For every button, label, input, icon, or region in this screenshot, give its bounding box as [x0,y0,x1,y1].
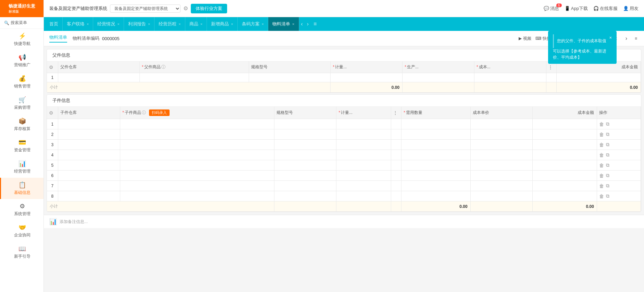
child-row-2-unit[interactable] [336,129,391,140]
delete-icon[interactable]: 🗑 [599,132,604,137]
parent-row-1-spec[interactable] [249,73,331,82]
child-row-1-extra [391,119,401,129]
copy-icon[interactable]: ⧉ [606,183,609,189]
sidebar-item-marketing[interactable]: 📢 营销推广 [0,50,44,71]
page-tab-bom[interactable]: 物料清单 [49,34,67,43]
tab-prev-arrow[interactable]: ‹ [299,21,305,27]
tab-barcode[interactable]: 条码方案 × [238,17,268,31]
parent-col-spec: 规格型号 [249,61,331,73]
tab-profit-close[interactable]: × [148,22,150,26]
tab-goods[interactable]: 商品 × [185,17,207,31]
sidebar-item-purchase[interactable]: 🛒 采购管理 [0,93,44,114]
child-row-2-goods[interactable] [120,129,274,140]
video-action[interactable]: ▶ 视频 [519,36,531,42]
child-row-2-warehouse[interactable] [58,129,120,140]
child-row-6-num: 6 [47,171,58,181]
tab-next-arrow[interactable]: › [305,21,311,27]
trial-button[interactable]: 体验行业方案 [191,4,227,13]
parent-col-production: *生产... [402,61,474,73]
tooltip-close-btn[interactable]: × [609,34,612,41]
parent-row-1-production[interactable] [402,73,474,82]
sidebar-item-system[interactable]: ⚙ 系统管理 [0,199,44,220]
copy-icon[interactable]: ⧉ [606,162,609,168]
child-row-8: 8 🗑 ⧉ [47,191,641,201]
tab-history-close[interactable]: × [178,22,181,26]
parent-row-1-warehouse[interactable] [58,73,139,82]
child-row-1-spec[interactable] [274,119,336,129]
parent-goods-label: 父件商品 [144,65,161,69]
tab-bom[interactable]: 物料清单 × [268,17,299,31]
search-menu[interactable]: 🔍 搜索菜单 [0,17,44,29]
messages-btn[interactable]: 💬 消息 6 [544,5,559,12]
delete-icon[interactable]: 🗑 [599,194,604,199]
child-row-6: 6 🗑 ⧉ [47,171,641,181]
sidebar-item-sales[interactable]: 💰 销售管理 [0,71,44,93]
child-row-2-needed-qty[interactable] [401,129,470,140]
copy-icon[interactable]: ⧉ [606,142,609,148]
tab-history[interactable]: 经营历程 × [154,17,185,31]
parent-row-1-cost[interactable] [474,73,546,82]
parent-row-1-goods[interactable] [139,73,249,82]
app-download-btn[interactable]: 📱 App下载 [565,5,588,12]
child-row-2-unit-cost[interactable] [470,129,533,140]
copy-icon[interactable]: ⧉ [606,152,609,158]
delete-icon[interactable]: 🗑 [599,173,604,178]
delete-icon[interactable]: 🗑 [599,152,604,158]
tab-new-goods-close[interactable]: × [231,22,233,26]
bottom-cost-icon: 📊 [49,218,57,225]
tab-new-goods[interactable]: 新增商品 × [207,17,237,31]
child-row-1-unit-cost[interactable] [470,119,533,129]
sidebar-item-label: 销售管理 [14,83,30,89]
tab-profit[interactable]: 利润报告 × [124,17,154,31]
parent-warehouse-label: 父件仓库 [60,65,77,69]
child-row-1-unit[interactable] [336,119,391,129]
sidebar-item-basic-info[interactable]: 📋 基础信息 [0,178,44,199]
parent-col-gear-icon[interactable]: ⚙ [49,65,53,70]
child-row-2-spec[interactable] [274,129,336,140]
child-col-settings: ⚙ [47,107,58,119]
child-row-1-goods[interactable] [120,119,274,129]
user-menu[interactable]: 👤 用友 [623,5,639,12]
tab-barcode-close[interactable]: × [262,22,264,26]
copy-icon[interactable]: ⧉ [606,121,609,127]
online-service-btn[interactable]: 🎧 在线客服 [593,5,618,12]
sidebar-item-label: 快捷导航 [14,41,30,47]
tab-home-label: 首页 [49,21,58,27]
delete-icon[interactable]: 🗑 [599,142,604,148]
sidebar-item-label: 新手引导 [14,254,30,259]
parent-col-goods: *父件商品ⓘ [139,61,249,73]
sidebar-item-operations[interactable]: 📊 经营管理 [0,156,44,178]
child-row-5-action: 🗑 ⧉ [597,160,641,171]
delete-icon[interactable]: 🗑 [599,121,604,127]
tab-clients[interactable]: 客户联络 × [63,17,93,31]
delete-icon[interactable]: 🗑 [599,183,604,189]
sidebar-item-inventory[interactable]: 📦 库存核算 [0,114,44,135]
tab-operations[interactable]: 经营情况 × [93,17,124,31]
child-col-action: 操作 [597,107,641,119]
copy-icon[interactable]: ⧉ [606,131,609,137]
header-next[interactable]: › [623,35,629,42]
copy-icon[interactable]: ⧉ [606,173,609,178]
sidebar-item-quick-nav[interactable]: ⚡ 快捷导航 [0,29,44,50]
child-row-1-warehouse[interactable] [58,119,120,129]
child-col-gear-icon[interactable]: ⚙ [49,110,53,116]
parent-row-1-unit[interactable] [331,73,402,82]
sales-icon: 💰 [18,75,26,82]
settings-icon[interactable]: ⚙ [183,5,188,12]
tab-clients-close[interactable]: × [87,22,89,26]
close-all-tabs[interactable]: ≡ [311,21,319,27]
sidebar-item-finance[interactable]: 💳 资金管理 [0,135,44,156]
child-row-4: 4 🗑 ⧉ [47,150,641,160]
system-selector[interactable]: 装备及固定资产辅助管理系统 [110,4,181,13]
scan-input-button[interactable]: 扫码录入 [149,109,170,116]
header-menu[interactable]: ≡ [633,36,639,41]
sidebar-item-enterprise[interactable]: 🤝 企业协同 [0,220,44,242]
child-row-1-needed-qty[interactable] [401,119,470,129]
tab-operations-close[interactable]: × [117,22,119,26]
tab-home[interactable]: 首页 [45,17,63,31]
sidebar-item-guide[interactable]: 📖 新手引导 [0,242,44,263]
tab-goods-close[interactable]: × [200,22,202,26]
tab-bom-close[interactable]: × [292,22,294,26]
copy-icon[interactable]: ⧉ [606,193,609,199]
delete-icon[interactable]: 🗑 [599,163,604,168]
